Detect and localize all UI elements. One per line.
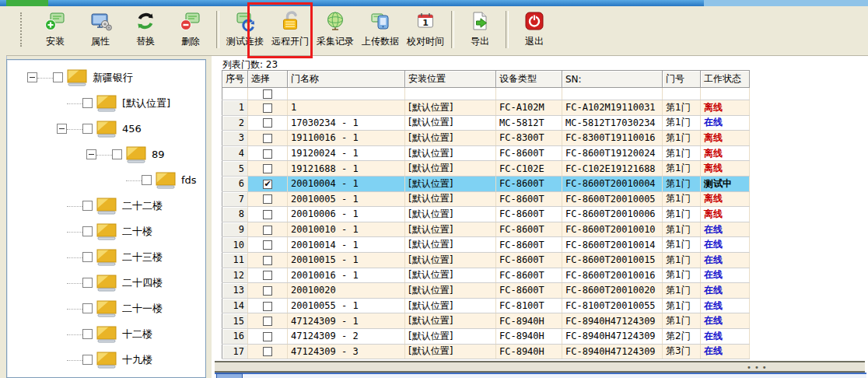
tree-item-label[interactable]: fds [181,174,197,186]
column-header-no[interactable]: 序号 [222,71,248,88]
column-header-location[interactable]: 安装位置 [405,71,496,88]
column-header-select[interactable]: 选择 [248,71,288,88]
column-header-type[interactable]: 设备类型 [496,71,562,88]
row-select-checkbox[interactable] [263,226,272,235]
tree-item-label[interactable]: 十二楼 [122,327,152,341]
tree-item-checkbox[interactable] [82,303,93,313]
row-select-checkbox[interactable] [263,240,272,250]
tree-item[interactable]: 456 [7,116,205,142]
row-select-checkbox[interactable] [263,271,272,280]
tree-item-label[interactable]: 二十四楼 [122,276,163,290]
table-row[interactable]: 1647124309 - 2[默认位置]FC-8940HFC-8940H4712… [222,328,750,344]
toolbar-button-replace[interactable]: 替换 [123,6,168,53]
tree-item-checkbox[interactable] [142,175,152,185]
toolbar-button-collect-records[interactable]: 采集记录 [313,6,358,53]
toolbar-button-export[interactable]: 导出 [457,6,502,53]
tree-item-label[interactable]: 456 [122,123,142,135]
table-row[interactable]: 1747124309 - 3[默认位置]FC-8940HFC-8940H4712… [222,344,750,359]
row-select-checkbox[interactable] [263,180,272,189]
table-row[interactable]: 1220010016 - 1[默认位置]FC-8600TFC-8600T2001… [222,268,750,283]
tree-item[interactable]: 十六楼 [7,373,205,378]
tree-item[interactable]: 89 [7,142,205,167]
toolbar-grip[interactable] [20,12,25,47]
column-header-door[interactable]: 门号 [663,71,701,88]
tree-item-checkbox[interactable] [112,149,122,159]
tree-item-label[interactable]: 89 [152,149,165,160]
row-select-checkbox[interactable] [263,164,272,173]
row-select-checkbox[interactable] [263,332,272,341]
row-select-checkbox[interactable] [263,347,272,356]
horizontal-scrollbar[interactable]: ••• [215,361,865,373]
row-select-checkbox[interactable] [263,118,272,128]
table-row[interactable]: 319110016 - 1[默认位置]FC-8300TFC-8300T19110… [222,131,750,146]
tree-expander-collapse[interactable] [57,124,67,134]
table-row[interactable]: 1020010014 - 1[默认位置]FC-8600TFC-8600T2001… [222,237,750,253]
toolbar-button-properties[interactable]: 属性 [78,6,123,53]
tree-item[interactable]: 新疆银行 [7,65,205,90]
column-header-status[interactable]: 工作状态 [701,71,750,88]
tree-item[interactable]: 十二楼 [7,321,205,347]
row-select-checkbox[interactable] [263,194,272,204]
calendar-icon: 1 [414,9,437,33]
tree-item[interactable]: 十九楼 [7,347,205,373]
tree-item-checkbox[interactable] [82,355,93,365]
lower-panel-thumb[interactable] [216,373,243,378]
tree-item-checkbox[interactable] [82,124,93,134]
select-all-checkbox[interactable] [263,89,272,99]
folder-icon [96,222,117,241]
toolbar-button-install[interactable]: 安装 [33,6,78,53]
cell-install-location: [默认位置] [405,252,496,268]
tree-item-checkbox[interactable] [82,252,93,262]
table-row[interactable]: 11[默认位置]FC-A102MFC-A102M19110031第1门离线 [222,100,750,116]
table-row[interactable]: 920010010 - 1[默认位置]FC-8600TFC-8600T20010… [222,222,750,237]
row-select-checkbox[interactable] [263,103,272,113]
row-select-checkbox[interactable] [263,317,272,326]
toolbar-button-test-connection[interactable]: 测试连接 [222,6,268,53]
toolbar-button-upload-data[interactable]: 上传数据 [358,6,403,53]
tree-item[interactable]: 二十四楼 [7,270,205,296]
table-row[interactable]: 1547124309 - 1[默认位置]FC-8940HFC-8940H4712… [222,313,750,329]
tree-expander-collapse[interactable] [27,72,37,82]
tree-item-label[interactable]: 二十三楼 [122,250,163,264]
row-select-checkbox[interactable] [263,210,272,219]
row-select-checkbox[interactable] [263,149,272,159]
table-row[interactable]: 419120024 - 1[默认位置]FC-8600TFC-8600T19120… [222,145,750,161]
tree-item-checkbox[interactable] [82,278,93,288]
tree-item[interactable]: 二十楼 [7,219,205,244]
tree-item[interactable]: [默认位置] [7,90,205,116]
tree-item-checkbox[interactable] [82,329,93,339]
table-row[interactable]: 1320010020[默认位置]FC-8600TFC-8600T20010020… [222,283,750,299]
table-row[interactable]: 720010005 - 1[默认位置]FC-8600TFC-8600T20010… [222,191,750,207]
table-row[interactable]: 519121688 - 1[默认位置]FC-C102EFC-C102E19121… [222,161,750,177]
toolbar-button-exit[interactable]: 退出 [512,6,557,53]
tree-item-label[interactable]: 二十一楼 [122,302,163,316]
table-row[interactable]: 1420010055 - 1[默认位置]FC-8100TFC-8100T2001… [222,298,750,313]
row-select-checkbox[interactable] [263,134,272,143]
tree-item-checkbox[interactable] [82,226,93,236]
column-header-sn[interactable]: SN: [562,71,663,88]
tree-item[interactable]: 二十三楼 [7,244,205,270]
tree-item[interactable]: 二十一楼 [7,296,205,321]
table-row[interactable]: 217030234 - 1[默认位置]MC-5812TMC-5812T17030… [222,115,750,131]
tree-item-checkbox[interactable] [82,201,93,211]
tree-item-checkbox[interactable] [53,72,63,82]
table-row[interactable]: 820010006 - 1[默认位置]FC-8600TFC-8600T20010… [222,207,750,222]
toolbar-button-check-time[interactable]: 1校对时间 [403,6,448,53]
tree-expander-collapse[interactable] [86,149,96,159]
tree-item-label[interactable]: 二十二楼 [122,199,163,213]
row-select-checkbox[interactable] [263,286,272,296]
row-select-checkbox[interactable] [263,256,272,265]
tree-item[interactable]: 二十二楼 [7,193,205,219]
row-select-checkbox[interactable] [263,302,272,311]
tree-item-label[interactable]: 十九楼 [122,353,152,367]
column-header-name[interactable]: 门名称 [288,71,405,88]
tree-item-label[interactable]: 二十楼 [122,225,152,239]
table-row[interactable]: 620010004 - 1[默认位置]FC-8600TFC-8600T20010… [222,176,750,191]
table-row[interactable]: 1120010015 - 1[默认位置]FC-8600TFC-8600T2001… [222,252,750,268]
toolbar-button-delete[interactable]: 删除 [168,6,213,53]
tree-item[interactable]: fds [7,167,205,193]
toolbar-button-remote-open-door[interactable]: 远程开门 [268,6,313,53]
tree-item-checkbox[interactable] [82,98,93,108]
tree-item-label[interactable]: 新疆银行 [93,71,133,85]
tree-item-label[interactable]: [默认位置] [122,96,170,110]
